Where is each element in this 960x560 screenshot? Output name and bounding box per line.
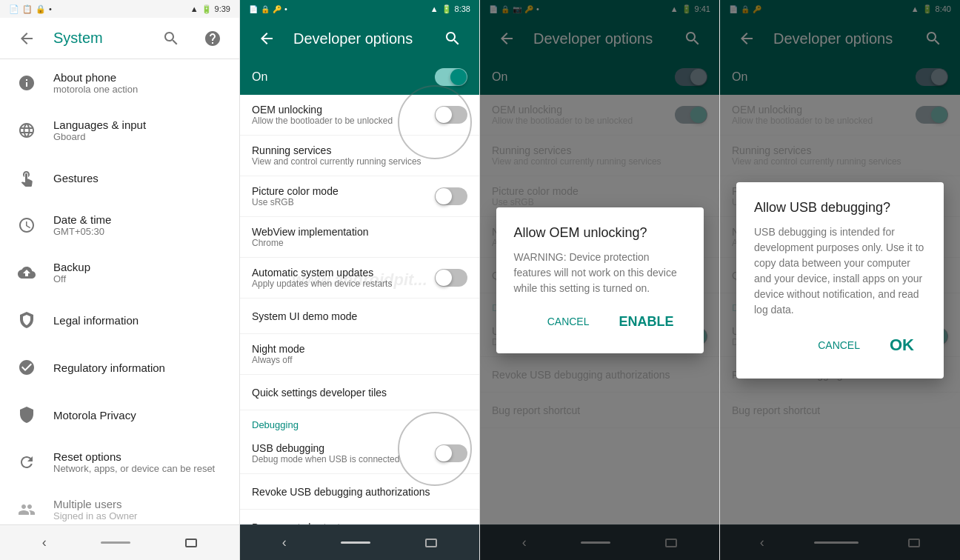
picture-subtitle-p2: Use sRGB [252, 197, 435, 207]
oem-subtitle-p2: Allow the bootloader to be unlocked [252, 116, 435, 126]
users-item[interactable]: Multiple users Signed in as Owner [0, 486, 239, 524]
bug-report-item-p2[interactable]: Bug report shortcut [240, 510, 479, 524]
status-right-p2: ▲ 🔋 8:38 [430, 4, 470, 14]
privacy-item[interactable]: Motorola Privacy [0, 391, 239, 439]
regulatory-item[interactable]: Regulatory information [0, 344, 239, 391]
usb-ok-button[interactable]: OK [878, 330, 926, 361]
developer-options-usb-dialog-panel: 📄 🔒 🔑 ▲ 🔋 8:40 Developer options On OEM … [720, 0, 960, 560]
home-indicator [101, 541, 130, 544]
picture-title-p2: Picture color mode [252, 185, 435, 197]
languages-item[interactable]: Languages & input Gboard [0, 107, 239, 154]
usb-debug-title-p2: USB debugging [252, 442, 435, 454]
languages-subtitle: Gboard [53, 131, 227, 142]
picture-toggle-p2[interactable] [435, 187, 467, 205]
nav-back-icon[interactable]: ‹ [42, 535, 47, 550]
users-subtitle: Signed in as Owner [53, 510, 227, 521]
about-phone-item[interactable]: About phone motorola one action [0, 59, 239, 107]
status-icons-left-p2: 📄 🔒 🔑 • [249, 4, 287, 13]
dev-on-label-p2: On [252, 70, 435, 84]
developer-options-oem-dialog-panel: 📄 🔒 📷 🔑 • ▲ 🔋 9:41 Developer options On [480, 0, 720, 560]
users-icon [12, 495, 41, 524]
users-title: Multiple users [53, 498, 227, 510]
webview-title-p2: WebView implementation [252, 226, 467, 238]
autoupdate-toggle-p2[interactable] [435, 269, 467, 287]
usb-toggle-p2[interactable] [435, 444, 467, 462]
running-services-item-p2[interactable]: Running services View and control curren… [240, 136, 479, 176]
webview-subtitle-p2: Chrome [252, 238, 467, 248]
reset-icon [12, 447, 41, 477]
nav-back-icon-p2[interactable]: ‹ [282, 535, 287, 550]
auto-updates-item-p2[interactable]: Automatic system updates Apply updates w… [240, 258, 479, 299]
privacy-title: Motorola Privacy [53, 409, 227, 421]
oem-enable-button[interactable]: Enable [607, 308, 685, 336]
oem-dialog-actions: Cancel Enable [514, 308, 686, 336]
backup-icon [12, 258, 41, 287]
backup-title: Backup [53, 261, 227, 273]
status-bar-p2: 📄 🔒 🔑 • ▲ 🔋 8:38 [240, 0, 479, 18]
oem-dialog-body: WARNING: Device protection features will… [514, 250, 686, 296]
notif-icon1: 📄 [249, 5, 258, 13]
revoke-usb-item-p2[interactable]: Revoke USB debugging authorizations [240, 474, 479, 510]
datetime-subtitle: GMT+05:30 [53, 226, 227, 237]
usb-dialog-overlay: Allow USB debugging? USB debugging is in… [720, 0, 960, 560]
search-button[interactable] [156, 24, 186, 53]
datetime-title: Date & time [53, 213, 227, 226]
nav-square-icon-p2[interactable] [425, 539, 437, 547]
oem-toggle-p2[interactable] [435, 106, 467, 124]
reset-item[interactable]: Reset options Network, apps, or device c… [0, 439, 239, 486]
back-button[interactable] [12, 24, 41, 53]
regulatory-title: Regulatory information [53, 361, 227, 374]
auto-updates-title-p2: Automatic system updates [252, 267, 435, 279]
dev-toggle-p2[interactable] [435, 68, 467, 86]
notification-dot: • [49, 4, 52, 13]
gestures-item[interactable]: Gestures [0, 154, 239, 201]
time-display: 9:39 [215, 4, 230, 13]
notif-icon2: 🔒 [261, 5, 270, 13]
help-button[interactable] [198, 24, 227, 53]
back-button-p2[interactable] [252, 24, 281, 53]
night-title-p2: Night mode [252, 343, 467, 355]
developer-options-panel: 📄 🔒 🔑 • ▲ 🔋 8:38 Developer options On [240, 0, 480, 560]
demo-title-p2: System UI demo mode [252, 310, 467, 322]
time-p2: 8:38 [455, 4, 470, 13]
nav-square-icon[interactable] [185, 539, 197, 547]
language-icon [12, 116, 41, 145]
system-settings-panel: 📄 📋 🔒 • ▲ 🔋 9:39 System Abo [0, 0, 240, 560]
gestures-title: Gestures [53, 172, 227, 184]
about-phone-title: About phone [53, 71, 227, 84]
notif-dot: • [284, 4, 287, 13]
legal-item[interactable]: Legal information [0, 296, 239, 344]
quick-settings-item-p2[interactable]: Quick settings developer tiles [240, 375, 479, 410]
usb-cancel-button[interactable]: Cancel [806, 330, 872, 361]
night-mode-item-p2[interactable]: Night mode Always off [240, 334, 479, 375]
notification-icon: 📄 [9, 4, 19, 14]
backup-item[interactable]: Backup Off [0, 249, 239, 296]
settings-list: About phone motorola one action Language… [0, 59, 239, 524]
notification-icon2: 📋 [22, 4, 33, 14]
usb-debug-item-p2[interactable]: USB debugging Debug mode when USB is con… [240, 433, 479, 474]
picture-color-item-p2[interactable]: Picture color mode Use sRGB [240, 176, 479, 217]
about-phone-subtitle: motorola one action [53, 84, 227, 95]
status-icons-right: ▲ 🔋 9:39 [190, 4, 230, 14]
debugging-section-p2: Debugging [240, 410, 479, 433]
oem-cancel-button[interactable]: Cancel [536, 308, 601, 336]
dev-appbar-p2: Developer options [240, 18, 479, 59]
reset-subtitle: Network, apps, or device can be reset [53, 463, 227, 474]
dev-on-header-p2[interactable]: On [240, 59, 479, 95]
dev-items-list-p2: OEM unlocking Allow the bootloader to be… [240, 95, 479, 524]
search-button-p2[interactable] [438, 24, 467, 53]
oem-unlocking-item-p2[interactable]: OEM unlocking Allow the bootloader to be… [240, 95, 479, 136]
battery-icon: 🔋 [201, 4, 212, 14]
demo-mode-item-p2[interactable]: System UI demo mode [240, 299, 479, 334]
about-icon [12, 68, 41, 98]
backup-subtitle: Off [53, 273, 227, 284]
legal-title: Legal information [53, 314, 227, 327]
wifi-icon: ▲ [190, 4, 199, 13]
webview-item-p2[interactable]: WebView implementation Chrome [240, 217, 479, 258]
page-title: System [53, 30, 144, 47]
auto-updates-subtitle-p2: Apply updates when device restarts [252, 279, 435, 289]
night-subtitle-p2: Always off [252, 355, 467, 365]
running-title-p2: Running services [252, 144, 467, 156]
status-bar-p1: 📄 📋 🔒 • ▲ 🔋 9:39 [0, 0, 239, 18]
datetime-item[interactable]: Date & time GMT+05:30 [0, 201, 239, 249]
